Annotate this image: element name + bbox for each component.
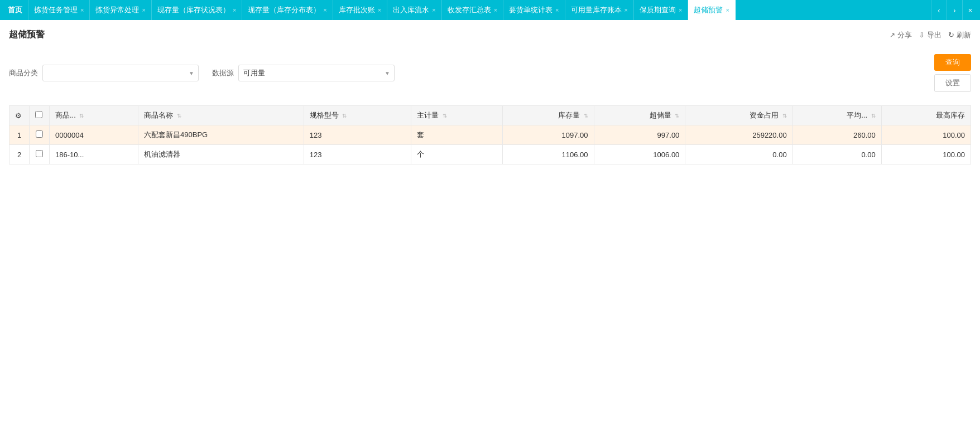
row-gear-cell: 2: [9, 145, 30, 164]
top-nav: 首页 拣货任务管理 × 拣货异常处理 × 现存量（库存状况表） × 现存量（库存…: [0, 0, 980, 20]
row-product-name: 机油滤清器: [138, 145, 304, 164]
sort-icon-product-code: ⇅: [79, 113, 84, 119]
row-checkbox-cell[interactable]: [30, 125, 50, 145]
export-button[interactable]: ⇩ 导出: [919, 30, 941, 40]
tab-close-9[interactable]: ×: [624, 7, 628, 13]
data-source-select[interactable]: 可用量: [238, 65, 395, 81]
row-avg: 260.00: [792, 125, 881, 145]
row-product-code: 186-10...: [50, 145, 138, 164]
tab-label: 现存量（库存状况表）: [157, 5, 230, 15]
nav-close-all[interactable]: ×: [962, 0, 978, 20]
sort-icon-capital: ⇅: [782, 113, 787, 119]
select-all-checkbox[interactable]: [35, 111, 42, 118]
nav-tab-4[interactable]: 现存量（库存分布表） ×: [242, 0, 333, 20]
th-capital[interactable]: 资金占用 ⇅: [685, 106, 792, 125]
nav-tab-9[interactable]: 可用量库存账本 ×: [565, 0, 634, 20]
table-header-row: ⚙ 商品... ⇅ 商品名称 ⇅ 规格型号 ⇅ 主计量: [9, 106, 971, 125]
home-label: 首页: [8, 5, 22, 15]
row-spec: 123: [304, 145, 411, 164]
sort-icon-unit: ⇅: [443, 113, 447, 119]
tab-close-1[interactable]: ×: [80, 7, 84, 13]
row-stock: 1097.00: [502, 125, 594, 145]
table-row: 1 0000004 六配套新昌490BPG 123 套 1097.00 997.…: [9, 125, 971, 145]
th-product-name[interactable]: 商品名称 ⇅: [138, 106, 304, 125]
tab-label: 超储预警: [694, 5, 723, 15]
nav-tab-11[interactable]: 超储预警 ×: [688, 0, 735, 20]
th-stock[interactable]: 库存量 ⇅: [502, 106, 594, 125]
share-label: 分享: [897, 30, 912, 40]
row-unit: 个: [411, 145, 503, 164]
settings-button[interactable]: 设置: [934, 74, 971, 92]
nav-tab-7[interactable]: 收发存汇总表 ×: [442, 0, 503, 20]
nav-tab-2[interactable]: 拣货异常处理 ×: [90, 0, 151, 20]
data-source-value: 可用量: [243, 68, 265, 78]
filter-row: 商品分类 ▼ 数据源 可用量 ▼ 查询 设置: [9, 50, 971, 96]
table-row: 2 186-10... 机油滤清器 123 个 1106.00 1006.00 …: [9, 145, 971, 164]
nav-tab-8[interactable]: 要货单统计表 ×: [503, 0, 565, 20]
th-unit[interactable]: 主计量 ⇅: [411, 106, 503, 125]
share-button[interactable]: ↗ 分享: [890, 30, 912, 40]
tab-label: 出入库流水: [393, 5, 429, 15]
table-body: 1 0000004 六配套新昌490BPG 123 套 1097.00 997.…: [9, 125, 971, 164]
th-avg[interactable]: 平均... ⇅: [792, 106, 881, 125]
tab-close-4[interactable]: ×: [323, 7, 326, 13]
row-checkbox-0[interactable]: [36, 130, 43, 138]
nav-tab-3[interactable]: 现存量（库存状况表） ×: [152, 0, 242, 20]
nav-next-arrow[interactable]: ›: [947, 0, 962, 20]
th-spec[interactable]: 规格型号 ⇅: [304, 106, 411, 125]
row-stock: 1106.00: [502, 145, 594, 164]
tab-close-3[interactable]: ×: [233, 7, 236, 13]
tab-close-5[interactable]: ×: [378, 7, 381, 13]
row-avg: 0.00: [792, 145, 881, 164]
tab-close-2[interactable]: ×: [142, 7, 145, 13]
tab-close-8[interactable]: ×: [555, 7, 559, 13]
th-product-code-label: 商品...: [55, 111, 76, 119]
product-category-select[interactable]: [42, 65, 199, 81]
data-source-label: 数据源: [212, 68, 234, 78]
row-product-code: 0000004: [50, 125, 138, 145]
tab-close-6[interactable]: ×: [432, 7, 435, 13]
th-product-code[interactable]: 商品... ⇅: [50, 106, 138, 125]
data-table: ⚙ 商品... ⇅ 商品名称 ⇅ 规格型号 ⇅ 主计量: [9, 105, 971, 164]
nav-home[interactable]: 首页: [2, 0, 28, 20]
nav-prev-arrow[interactable]: ‹: [931, 0, 947, 20]
sort-icon-product-name: ⇅: [177, 113, 181, 119]
sort-icon-overstock: ⇅: [675, 113, 679, 119]
row-max-stock: 100.00: [881, 125, 971, 145]
th-capital-label: 资金占用: [750, 111, 779, 119]
nav-tab-5[interactable]: 库存批次账 ×: [333, 0, 387, 20]
nav-tab-10[interactable]: 保质期查询 ×: [634, 0, 688, 20]
th-unit-label: 主计量: [417, 111, 439, 119]
th-stock-label: 库存量: [558, 111, 580, 119]
query-button[interactable]: 查询: [934, 54, 971, 71]
data-source-filter: 数据源 可用量 ▼: [212, 65, 395, 81]
tab-label: 现存量（库存分布表）: [248, 5, 320, 15]
row-unit: 套: [411, 125, 503, 145]
th-max-stock[interactable]: 最高库存: [881, 106, 971, 125]
nav-tab-6[interactable]: 出入库流水 ×: [387, 0, 441, 20]
row-checkbox-cell[interactable]: [30, 145, 50, 164]
th-overstock[interactable]: 超储量 ⇅: [594, 106, 685, 125]
row-overstock: 997.00: [594, 125, 685, 145]
tab-close-7[interactable]: ×: [494, 7, 497, 13]
tab-close-10[interactable]: ×: [679, 7, 682, 13]
tab-label: 可用量库存账本: [571, 5, 622, 15]
data-source-select-wrapper: 可用量 ▼: [238, 65, 395, 81]
page-content: 超储预警 ↗ 分享 ⇩ 导出 ↻ 刷新 商品分类 ▼: [0, 20, 980, 446]
tab-label: 拣货异常处理: [95, 5, 139, 15]
tab-label: 保质期查询: [640, 5, 676, 15]
row-capital: 0.00: [685, 145, 792, 164]
nav-tab-1[interactable]: 拣货任务管理 ×: [28, 0, 90, 20]
sort-icon-spec: ⇅: [342, 113, 347, 119]
tab-label: 收发存汇总表: [448, 5, 491, 15]
tab-close-11[interactable]: ×: [726, 7, 729, 13]
th-gear[interactable]: ⚙: [9, 106, 30, 125]
product-category-input[interactable]: [47, 69, 182, 77]
refresh-button[interactable]: ↻ 刷新: [948, 30, 971, 40]
th-checkbox[interactable]: [30, 106, 50, 125]
th-spec-label: 规格型号: [310, 111, 339, 119]
row-spec: 123: [304, 125, 411, 145]
th-overstock-label: 超储量: [650, 111, 671, 119]
row-overstock: 1006.00: [594, 145, 685, 164]
row-checkbox-1[interactable]: [36, 150, 43, 157]
